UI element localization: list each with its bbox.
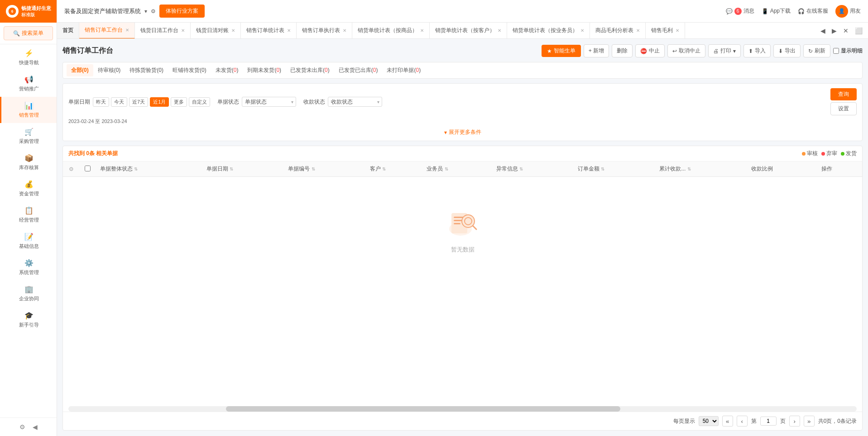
first-page-button[interactable]: « [722,416,733,427]
sub-tab-shipped-not-out[interactable]: 已发货未出库(0) [286,64,334,76]
collapse-icon[interactable]: ◀ [31,422,39,432]
sort-status-icon[interactable]: ⇅ [134,166,138,171]
tab-cargo-stats-product[interactable]: 销货单统计表（按商品）✕ [352,23,430,39]
review-button[interactable]: 审核 [802,150,818,157]
online-service-item[interactable]: 🎧 在线客服 [798,7,828,15]
filter-settings-button[interactable]: 设置 [830,102,857,115]
tab-home[interactable]: 首页 [57,23,79,39]
date-btn-近7天[interactable]: 近7天 [129,97,148,107]
page-size-select[interactable]: 50 [699,416,719,426]
tab-sales-profit[interactable]: 销售毛利✕ [646,23,685,39]
tab-prev-button[interactable]: ◀ [819,26,827,35]
user-item[interactable]: 👤 用友 [835,5,861,18]
show-detail-checkbox[interactable] [833,48,839,54]
tab-close-cargo-stats-salesperson[interactable]: ✕ [580,28,584,33]
sort-customer-icon[interactable]: ⇅ [382,166,386,171]
tab-close-cargo-stats-product[interactable]: ✕ [420,28,424,33]
tab-next-button[interactable]: ▶ [830,26,839,35]
sort-collected-icon[interactable]: ⇅ [687,166,691,171]
current-page-input[interactable] [760,417,777,426]
next-page-button[interactable]: › [789,416,800,427]
date-btn-昨天[interactable]: 昨天 [93,97,109,107]
sub-tab-pending-review[interactable]: 待审核(0) [93,64,125,76]
sidebar-item-purchase[interactable]: 🛒采购管理 [0,123,57,149]
delete-button[interactable]: 删除 [612,44,633,57]
tab-cargo-stats-salesperson[interactable]: 销货单统计表（按业务员）✕ [507,23,590,39]
date-btn-今天[interactable]: 今天 [111,97,127,107]
search-menu-button[interactable]: 🔍 搜索菜单 [4,26,53,40]
sub-tab-shipped-out[interactable]: 已发货已出库(0) [334,64,383,76]
header-settings-icon[interactable]: ⚙ [151,8,156,14]
tab-margin-analysis[interactable]: 商品毛利分析表✕ [590,23,646,39]
sort-date-icon[interactable]: ⇅ [230,166,233,171]
refresh-button[interactable]: ↻ 刷新 [803,44,830,57]
tab-sales-order[interactable]: 销售订单工作台✕ [79,23,135,39]
settings-icon[interactable]: ⚙ [18,422,27,432]
sidebar-item-basic[interactable]: 📝基础信息 [0,228,57,254]
col-settings[interactable]: ⚙ [63,161,79,177]
cancel-stop-button[interactable]: ↩ 取消中止 [667,44,705,57]
stop-button[interactable]: ⛔ 中止 [635,44,665,57]
tab-close-cash-daily[interactable]: ✕ [181,28,185,33]
industry-button[interactable]: 体验行业方案 [159,5,205,18]
date-btn-自定义[interactable]: 自定义 [189,97,210,107]
horizontal-scrollbar[interactable] [68,406,857,412]
sub-tab-pending-inspect[interactable]: 待拣货验货(0) [125,64,168,76]
date-btn-近1月[interactable]: 近1月 [150,97,169,107]
sidebar-item-marketing[interactable]: 📢营销推广 [0,71,57,97]
date-btn-更多[interactable]: 更多 [171,97,187,107]
select-all-checkbox[interactable] [85,166,91,171]
cancel-review-button[interactable]: 弃审 [821,150,837,157]
import-button[interactable]: ⬆ 导入 [743,44,771,57]
last-page-button[interactable]: » [804,416,815,427]
app-download-item[interactable]: 📱 App下载 [762,7,791,15]
tab-sales-stats[interactable]: 销售订单统计表✕ [241,23,297,39]
print-button[interactable]: 🖨 打印 ▾ [708,44,741,57]
prev-page-button[interactable]: ‹ [737,416,748,427]
tab-close-sales-profit[interactable]: ✕ [676,28,679,33]
sub-tab-label-shipped-out: 已发货已出库(0) [339,67,378,73]
tab-cash-daily[interactable]: 钱货日清工作台✕ [135,23,191,39]
tab-cargo-stats-customer[interactable]: 销货单统计表（按客户）✕ [430,23,507,39]
sub-tab-wangpu-pending[interactable]: 旺铺待发货(0) [168,64,211,76]
sub-tab-overdue-not-shipped[interactable]: 到期未发货(0) [243,64,286,76]
tab-close-margin-analysis[interactable]: ✕ [636,28,640,33]
sidebar-item-finance[interactable]: 💰资金管理 [0,175,57,202]
payment-select[interactable]: 收款状态 [328,97,382,107]
sub-tab-all[interactable]: 全部(0) [67,64,93,76]
export-button[interactable]: ⬇ 导出 [773,44,801,57]
sidebar-item-enterprise[interactable]: 🏢企业协同 [0,280,57,307]
tab-cash-reconcile[interactable]: 钱货日清对账✕ [191,23,241,39]
tab-close-cargo-stats-customer[interactable]: ✕ [498,28,501,33]
sidebar-item-inventory[interactable]: 📦库存核算 [0,149,57,175]
sort-amount-icon[interactable]: ⇅ [601,166,604,171]
sidebar-item-sales[interactable]: 📊销售管理 [0,97,57,123]
sub-tab-not-printed[interactable]: 未打印单据(0) [382,64,425,76]
header-dropdown-icon[interactable]: ▾ [144,8,147,14]
sort-abnormal-icon[interactable]: ⇅ [519,166,523,171]
scrollbar-thumb[interactable] [226,406,620,412]
sidebar-item-quick-nav[interactable]: ⚡快捷导航 [0,44,57,71]
sidebar-item-operations[interactable]: 📋经营管理 [0,202,57,228]
tab-sales-exec[interactable]: 销售订单执行表✕ [297,23,352,39]
sidebar-item-guide[interactable]: 🎓新手引导 [0,307,57,333]
message-item[interactable]: 💬 6 消息 [726,7,754,15]
tab-close-sales-order[interactable]: ✕ [125,28,129,33]
add-button[interactable]: + 新增 [584,44,609,57]
tab-close-sales-stats[interactable]: ✕ [287,28,291,33]
sidebar-item-system[interactable]: ⚙️系统管理 [0,254,57,280]
sort-salesperson-icon[interactable]: ⇅ [445,166,448,171]
show-detail-label[interactable]: 显示明细 [833,47,863,55]
tab-close-cash-reconcile[interactable]: ✕ [231,28,235,33]
sub-tab-not-shipped[interactable]: 未发货(0) [211,64,243,76]
ship-button[interactable]: 发货 [841,150,857,157]
tab-close-all-button[interactable]: ✕ [841,26,850,35]
tab-restore-button[interactable]: ⬜ [853,26,864,35]
status-select[interactable]: 单据状态 [242,97,296,107]
smart-create-button[interactable]: ★ 智能生单 [542,45,581,57]
tab-close-sales-exec[interactable]: ✕ [343,28,346,33]
expand-filter-button[interactable]: ▾ 展开更多条件 [444,128,481,136]
sort-number-icon[interactable]: ⇅ [312,166,315,171]
nav-icon-marketing: 📢 [24,75,34,84]
query-button[interactable]: 查询 [830,88,857,100]
